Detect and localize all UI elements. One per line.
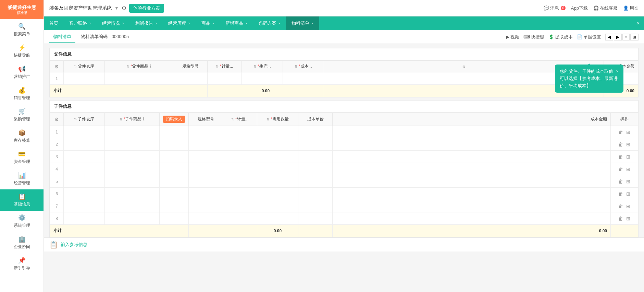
settings-gear-icon[interactable]: ⚙: [122, 5, 126, 11]
shortcut-action[interactable]: ⌨ 快捷键: [523, 34, 544, 40]
sidebar-item-inventory[interactable]: 📦 库存核算: [0, 126, 44, 147]
child-unit-cost-cell-6[interactable]: [298, 188, 333, 200]
sidebar-item-purchase[interactable]: 🛒 采购管理: [0, 104, 44, 126]
child-qty-cell-1[interactable]: [257, 126, 298, 138]
delete-row-7-icon[interactable]: 🗑: [618, 203, 623, 209]
copy-row-6-icon[interactable]: ⊞: [626, 191, 630, 197]
sub-tab-bom-list[interactable]: 物料清单: [49, 32, 75, 43]
child-gear-icon[interactable]: ⚙: [54, 117, 59, 122]
child-qty-cell-8[interactable]: [257, 212, 298, 225]
child-spec-cell-6[interactable]: [189, 188, 223, 200]
nav-tab-operations[interactable]: 经营情况 ×: [97, 16, 129, 30]
sidebar-item-search[interactable]: 🔍 搜索菜单: [0, 19, 44, 40]
scan-input-button[interactable]: 扫码录入: [163, 116, 185, 123]
parent-produce-cell-1[interactable]: [242, 72, 283, 85]
child-warehouse-cell-7[interactable]: [64, 200, 105, 212]
child-spec-cell-3[interactable]: [189, 151, 223, 163]
child-warehouse-cell-5[interactable]: [64, 175, 105, 188]
copy-row-1-icon[interactable]: ⊞: [626, 129, 630, 135]
nav-tab-customer[interactable]: 客户联络 ×: [64, 16, 97, 30]
child-unit-cell-2[interactable]: [223, 138, 257, 151]
sidebar-item-finance[interactable]: 💳 资金管理: [0, 147, 44, 168]
message-button[interactable]: 💬 消息 6: [544, 5, 566, 11]
user-avatar[interactable]: 👤 用友: [623, 5, 639, 11]
child-unit-cell-5[interactable]: [223, 175, 257, 188]
child-spec-cell-1[interactable]: [189, 126, 223, 138]
parent-cost-cell-1[interactable]: [283, 72, 324, 85]
nav-prev-button[interactable]: ◀: [605, 34, 613, 40]
close-goods-tab[interactable]: ×: [212, 21, 214, 25]
child-warehouse-cell-8[interactable]: [64, 212, 105, 225]
nav-tab-bom[interactable]: 物料清单 ×: [286, 16, 319, 30]
child-goods-cell-3[interactable]: [105, 151, 160, 163]
single-settings-action[interactable]: 📄 单据设置: [577, 34, 601, 40]
parent-gear-icon[interactable]: ⚙: [54, 64, 59, 69]
child-spec-cell-7[interactable]: [189, 200, 223, 212]
nav-tab-profit[interactable]: 利润报告 ×: [130, 16, 163, 30]
sidebar-item-guide[interactable]: 📌 新手引导: [0, 253, 44, 275]
parent-unit-sort-icon[interactable]: ⇅: [216, 65, 219, 68]
child-unit-cell-6[interactable]: [223, 188, 257, 200]
child-unit-cost-cell-5[interactable]: [298, 175, 333, 188]
child-qty-cell-6[interactable]: [257, 188, 298, 200]
child-qty-sort-icon[interactable]: ⇅: [267, 117, 269, 121]
child-goods-cell-7[interactable]: [105, 200, 160, 212]
child-unit-cost-cell-4[interactable]: [298, 163, 333, 175]
child-unit-cell-4[interactable]: [223, 163, 257, 175]
delete-row-2-icon[interactable]: 🗑: [618, 142, 623, 147]
online-service-link[interactable]: 🎧 在线客服: [593, 5, 618, 11]
copy-row-3-icon[interactable]: ⊞: [626, 154, 630, 160]
child-goods-sort-icon[interactable]: ⇅: [120, 117, 122, 121]
nav-tab-barcode[interactable]: 条码方案 ×: [253, 16, 286, 30]
child-th-scan[interactable]: 扫码录入: [160, 113, 189, 126]
copy-row-7-icon[interactable]: ⊞: [626, 203, 630, 209]
child-unit-sort-icon[interactable]: ⇅: [231, 117, 234, 121]
sidebar-item-system[interactable]: ⚙️ 系统管理: [0, 211, 44, 232]
child-goods-cell-6[interactable]: [105, 188, 160, 200]
child-warehouse-cell-1[interactable]: [64, 126, 105, 138]
copy-row-4-icon[interactable]: ⊞: [626, 166, 630, 172]
dropdown-arrow-icon[interactable]: ▼: [114, 5, 119, 11]
child-unit-cell-3[interactable]: [223, 151, 257, 163]
copy-row-8-icon[interactable]: ⊞: [626, 216, 630, 221]
child-warehouse-cell-3[interactable]: [64, 151, 105, 163]
child-goods-cell-5[interactable]: [105, 175, 160, 188]
tooltip-close-button[interactable]: ×: [616, 68, 619, 75]
child-unit-cost-cell-1[interactable]: [298, 126, 333, 138]
child-unit-cost-cell-2[interactable]: [298, 138, 333, 151]
parent-goods-cell-1[interactable]: [105, 72, 173, 85]
copy-row-2-icon[interactable]: ⊞: [626, 142, 630, 147]
parent-warehouse-cell-1[interactable]: [64, 72, 105, 85]
child-spec-cell-5[interactable]: [189, 175, 223, 188]
child-goods-info-icon[interactable]: ℹ: [143, 117, 145, 121]
close-bom-tab[interactable]: ×: [311, 21, 313, 25]
child-unit-cost-cell-3[interactable]: [298, 151, 333, 163]
sub-tab-bom-code[interactable]: 物料清单编码 0000005: [77, 32, 133, 43]
copy-row-5-icon[interactable]: ⊞: [626, 179, 630, 184]
child-spec-cell-8[interactable]: [189, 212, 223, 225]
delete-row-1-icon[interactable]: 🗑: [618, 129, 623, 135]
child-unit-cell-1[interactable]: [223, 126, 257, 138]
child-th-settings[interactable]: ⚙: [50, 113, 64, 126]
nav-tab-newgoods[interactable]: 新增商品 ×: [220, 16, 253, 30]
child-warehouse-sort-icon[interactable]: ⇅: [74, 117, 77, 121]
child-unit-cost-cell-8[interactable]: [298, 212, 333, 225]
parent-warehouse-sort-icon[interactable]: ⇅: [74, 65, 77, 68]
child-qty-cell-3[interactable]: [257, 151, 298, 163]
bottom-text[interactable]: 输入参考信息: [61, 242, 87, 248]
parent-th-settings[interactable]: ⚙: [50, 61, 64, 72]
nav-tab-home[interactable]: 首页: [44, 16, 64, 30]
parent-cost-sort-icon[interactable]: ⇅: [295, 65, 297, 68]
parent-goods-info-icon[interactable]: ℹ: [150, 64, 151, 69]
child-spec-cell-4[interactable]: [189, 163, 223, 175]
child-warehouse-cell-6[interactable]: [64, 188, 105, 200]
child-goods-cell-8[interactable]: [105, 212, 160, 225]
delete-row-4-icon[interactable]: 🗑: [618, 166, 623, 172]
sidebar-item-sales[interactable]: 💰 销售管理: [0, 83, 44, 104]
delete-row-3-icon[interactable]: 🗑: [618, 154, 623, 160]
nav-next-button[interactable]: ▶: [614, 34, 622, 40]
parent-produce-sort-icon[interactable]: ⇅: [253, 65, 256, 68]
child-goods-cell-1[interactable]: [105, 126, 160, 138]
close-operations-tab[interactable]: ×: [122, 21, 124, 25]
child-unit-cell-7[interactable]: [223, 200, 257, 212]
